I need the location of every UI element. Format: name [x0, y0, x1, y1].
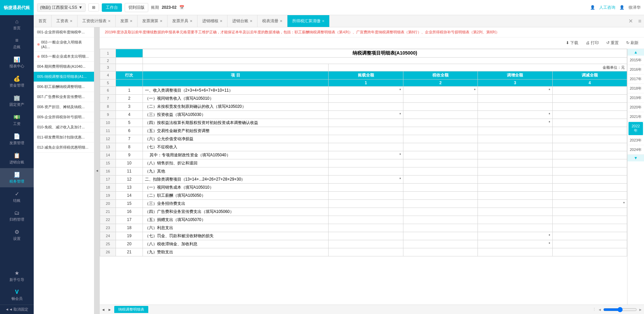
left-item-009[interactable]: 009-企业所得税弥补亏损明... [34, 112, 94, 122]
year-item-2021[interactable]: 2021年 [627, 112, 644, 122]
scroll-right-icon[interactable]: ► [108, 308, 112, 312]
year-item-2016[interactable]: 2016年 [627, 65, 644, 74]
scroll-left-btn[interactable]: ► [639, 308, 642, 312]
left-item-006[interactable]: 006-职工薪酬纳税调整明细... [34, 82, 94, 92]
chevron-down-icon: ▼ [79, 5, 83, 10]
year-item-2015[interactable]: 2015年 [627, 56, 644, 65]
table-area[interactable]: 1 纳税调整项目明细表(A105000) 2 3 [100, 49, 627, 305]
tab-close-icon[interactable]: ✕ [280, 19, 282, 23]
panel-collapse-btn[interactable]: ◄ [94, 27, 100, 314]
refresh-label: 刷新 [631, 40, 639, 46]
scroll-right-btn[interactable]: ◄ [598, 308, 602, 312]
tab-close-icon[interactable]: ✕ [70, 19, 72, 23]
year-nav-up[interactable]: ▲ [627, 49, 644, 56]
year-item-2017[interactable]: 2017年 [627, 74, 644, 84]
sidebar-item-settings[interactable]: ⚙ 设置 [0, 225, 34, 245]
tab-close-icon[interactable]: ✕ [130, 19, 132, 23]
tab-payroll-stat[interactable]: 工资统计报表 ✕ [78, 15, 116, 27]
tab-invoice[interactable]: 发票 ✕ [116, 15, 137, 27]
period-label: 账期 [151, 5, 159, 10]
vip-icon: V [15, 289, 19, 295]
user-label[interactable]: 徐泽华 [628, 5, 641, 10]
year-item-2023[interactable]: 2023年 [627, 136, 644, 145]
table-row: 24 19 （七）罚金、罚款和被没收财物的损失 * [100, 232, 627, 240]
col-header-b: 项 目 [143, 71, 329, 79]
tab-invoice-in[interactable]: 进销稽核 ✕ [197, 15, 227, 27]
sidebar-item-settlement[interactable]: ✓ 结账 [0, 187, 34, 207]
tab-tax-clear[interactable]: 税表清册 ✕ [257, 15, 287, 27]
left-item-005[interactable]: 005-纳税调整项目明细表(A1... [34, 72, 94, 82]
year-item-2019[interactable]: 2019年 [627, 93, 644, 103]
tab-close-icon[interactable]: ✕ [190, 19, 192, 23]
row-number: 2 [100, 57, 116, 64]
tab-label: 发票 [120, 18, 128, 24]
tax-mgmt-icon: 🧾 [13, 171, 20, 178]
left-item-010[interactable]: 010-免税、减计收入及加计... [34, 122, 94, 132]
sidebar-item-vip[interactable]: V 畅会员 [0, 286, 34, 305]
sidebar-item-fixed-asset[interactable]: 🏢 固定资产 [0, 91, 34, 111]
main-content: (物副) 江西股室-LSS ▼ ⊞ 工作台 切到旧版 账期 2023-02 📅 … [34, 0, 644, 314]
refresh-button[interactable]: ↻ 刷新 [624, 39, 641, 47]
sidebar-item-new-guide[interactable]: ★ 新手引导 [0, 266, 34, 286]
support-label[interactable]: 人工咨询 [599, 5, 615, 10]
tab-income-tax[interactable]: 所得税汇算清缴 ✕ [287, 15, 330, 27]
table-row: 11 6 （五）交易性金融资产初始投资调整 [100, 127, 627, 135]
tab-invoice-open[interactable]: 发票开具 ✕ [167, 15, 197, 27]
sidebar-item-label: 税务管理 [9, 179, 24, 184]
tab-close-icon[interactable]: ✕ [322, 19, 325, 23]
tab-close-icon[interactable]: ✕ [108, 19, 111, 23]
left-item-011[interactable]: 011-研发费用加计扣除优惠... [34, 132, 94, 143]
sidebar-item-invoice-mgmt[interactable]: 📄 发票管理 [0, 130, 34, 149]
tab-close-icon[interactable]: ✕ [160, 19, 162, 23]
left-item-012[interactable]: 012-减免企业所得税优惠明细... [34, 143, 94, 153]
company-selector[interactable]: (物副) 江西股室-LSS ▼ [37, 3, 86, 12]
sidebar-item-label: 结账 [13, 198, 21, 203]
sidebar-item-purchase-ledger[interactable]: 📋 进销台账 [0, 149, 34, 168]
tab-close-icon[interactable]: ✕ [250, 19, 252, 23]
left-item-004[interactable]: 004-期间费用明细表(A1040... [34, 62, 94, 72]
horizontal-scrollbar[interactable] [603, 307, 637, 312]
year-item-2018[interactable]: 2018年 [627, 84, 644, 93]
workbench-button[interactable]: 工作台 [102, 3, 122, 12]
left-item-007[interactable]: 007-广告费和业务宣传费明... [34, 92, 94, 102]
tab-invoice-calc[interactable]: 发票测算 ✕ [137, 15, 167, 27]
bottom-tab[interactable]: 纳税调整明细表 [114, 306, 148, 313]
year-item-2022[interactable]: 2022年 [628, 122, 643, 135]
col-letter-a [116, 49, 143, 57]
tab-payroll[interactable]: 工资表 ✕ [52, 15, 78, 27]
sidebar-item-tax-mgmt[interactable]: 🧾 税务管理 [0, 168, 34, 187]
table-row: 20 15 （三）业务招待费支出 * [100, 199, 627, 208]
year-item-2024[interactable]: 2024年 [627, 145, 644, 155]
old-version-button[interactable]: 切到旧版 [125, 3, 148, 12]
tab-close-all-icon[interactable]: ✕ [626, 18, 636, 24]
sidebar-item-report[interactable]: 📊 报表中心 [0, 53, 34, 72]
year-nav-down[interactable]: ▼ [627, 155, 644, 161]
reset-button[interactable]: ↺ 重置 [604, 39, 621, 47]
year-item-2020[interactable]: 2020年 [627, 103, 644, 112]
sidebar-item-home[interactable]: ⌂ 首页 [0, 15, 34, 34]
download-button[interactable]: ⬇ 下载 [564, 39, 580, 47]
sidebar-item-label: 报表中心 [9, 64, 24, 69]
sidebar-fix-btn[interactable]: ◄◄ 取消固定 [0, 305, 34, 314]
left-item-003[interactable]: ⊗ 003-一般企业成本支出明细... [34, 52, 94, 62]
sidebar-item-archive-mgmt[interactable]: 🗂 归档管理 [0, 207, 34, 225]
tab-menu-icon[interactable]: ≡ [636, 18, 644, 24]
left-item-001[interactable]: 001-企业所得税年度纳税申... [34, 27, 94, 37]
print-button[interactable]: 🖨 打印 [584, 39, 601, 47]
sidebar-item-payroll[interactable]: 💵 工资 [0, 111, 34, 130]
sidebar-item-ledger[interactable]: ≡ 总账 [0, 34, 34, 53]
sidebar-item-label: 畅会员 [11, 296, 23, 301]
tab-ledger-in[interactable]: 进销台账 ✕ [227, 15, 257, 27]
left-item-008[interactable]: 008-资产折旧、摊销及纳税... [34, 102, 94, 112]
tab-home[interactable]: 首页 [34, 15, 52, 27]
left-item-002[interactable]: ⊗ 002-一般企业收入明细表(A1... [34, 37, 94, 52]
scroll-left-icon[interactable]: ◄ [101, 308, 105, 312]
tab-close-icon[interactable]: ✕ [220, 19, 222, 23]
sidebar-item-label: 新手引导 [9, 277, 24, 282]
scroll-handle[interactable]: ⋮ [592, 307, 596, 312]
sidebar-item-asset-mgmt[interactable]: 💰 资金管理 [0, 72, 34, 91]
calendar-icon[interactable]: 📅 [179, 5, 184, 10]
copy-icon-btn[interactable]: ⊞ [88, 3, 99, 11]
sidebar-item-label: 进销台账 [9, 160, 24, 165]
table-row: 1 纳税调整项目明细表(A105000) [100, 49, 627, 57]
